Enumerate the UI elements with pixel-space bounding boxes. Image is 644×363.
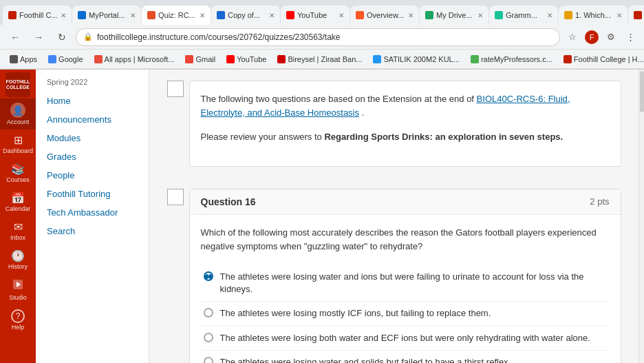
- answer-16-d[interactable]: The athletes were losing water and solid…: [201, 351, 610, 363]
- lms-nav-inbox[interactable]: ✉ Inbox: [0, 216, 36, 245]
- menu-icon[interactable]: ⋮: [622, 29, 638, 45]
- lms-nav-courses[interactable]: 📚 Courses: [0, 158, 36, 187]
- tab-quiz[interactable]: Quiz: RC... ✕: [142, 6, 211, 25]
- tab-close-drive[interactable]: ✕: [477, 12, 483, 19]
- bookmark-apps[interactable]: Apps: [6, 54, 41, 65]
- nav-bar: ← → ↻ 🔒 foothillcollege.instructure.com/…: [0, 25, 644, 50]
- tab-foothill[interactable]: Foothill C... ✕: [3, 6, 72, 25]
- inbox-icon: ✉: [14, 220, 23, 234]
- bookmark-microsoft[interactable]: All apps | Microsoft...: [90, 54, 179, 65]
- lms-logo[interactable]: FOOTHILLCOLLEGE: [6, 72, 30, 97]
- lms-sidebar: FOOTHILLCOLLEGE 👤 Account ⊞ Dashboard 📚 …: [0, 70, 36, 363]
- lms-nav-label-calendar: Calendar: [6, 205, 31, 212]
- lms-nav-label-dashboard: Dashboard: [3, 147, 33, 154]
- lms-nav-studio[interactable]: Studio: [0, 274, 36, 305]
- bookmark-youtube[interactable]: YouTube: [222, 54, 270, 65]
- bookmark-gmail[interactable]: Gmail: [181, 54, 219, 65]
- help-icon: ?: [11, 309, 25, 323]
- course-nav-people[interactable]: People: [36, 166, 149, 185]
- tab-close-myportal[interactable]: ✕: [130, 12, 136, 19]
- bookmark-satilik[interactable]: SATILIK 200M2 KUL...: [369, 54, 463, 65]
- radio-16-b[interactable]: [204, 308, 213, 318]
- tab-close-grammarly[interactable]: ✕: [547, 12, 552, 19]
- tab-course[interactable]: Course... ✕: [628, 6, 644, 25]
- course-nav-tech-ambassador[interactable]: Tech Ambassador: [36, 203, 149, 222]
- scrollbar-thumb[interactable]: [640, 71, 644, 112]
- course-nav-grades[interactable]: Grades: [36, 147, 149, 166]
- answer-text-16-a: The athletes were losing water and ions …: [220, 271, 607, 295]
- bookmark-foothill[interactable]: Foothill College | H...: [559, 54, 644, 65]
- tab-label-overview: Overview...: [367, 11, 405, 19]
- lms-logo-text: FOOTHILLCOLLEGE: [6, 79, 30, 90]
- bookmark-ratemyprofessors[interactable]: rateMyProfessors.c...: [466, 54, 557, 65]
- extensions-icon[interactable]: ⚙: [603, 29, 619, 45]
- tab-close-foothill[interactable]: ✕: [61, 12, 66, 19]
- tab-label-youtube: YouTube: [297, 11, 336, 19]
- course-nav-search[interactable]: Search: [36, 222, 149, 240]
- lms-nav-label-help: Help: [12, 324, 25, 331]
- lms-nav-label-studio: Studio: [9, 294, 27, 301]
- lms-nav-dashboard[interactable]: ⊞ Dashboard: [0, 129, 36, 158]
- forward-button[interactable]: →: [29, 28, 48, 47]
- intro-select-checkbox[interactable]: [167, 81, 184, 97]
- calendar-icon: 📅: [11, 191, 25, 205]
- tab-drive[interactable]: My Drive... ✕: [420, 6, 489, 25]
- address-text: foothillcollege.instructure.com/courses/…: [97, 32, 552, 42]
- question-16-block: Question 16 2 pts Which of the following…: [189, 189, 621, 364]
- bookmark-icon[interactable]: ☆: [564, 29, 581, 45]
- course-nav-modules[interactable]: Modules: [36, 129, 149, 147]
- tab-close-which[interactable]: ✕: [616, 12, 622, 19]
- tab-label-foothill: Foothill C...: [19, 11, 58, 19]
- answer-16-b[interactable]: The athletes were losing mostly ICF ions…: [201, 302, 610, 326]
- tab-grammarly[interactable]: Gramm... ✕: [489, 6, 558, 25]
- browser-chrome: Foothill C... ✕ MyPortal... ✕ Quiz: RC..…: [0, 0, 644, 70]
- lms-nav-calendar[interactable]: 📅 Calendar: [0, 187, 36, 216]
- question-16-text: Which of the following most accurately d…: [201, 226, 610, 255]
- content-area[interactable]: The following two questions are based on…: [149, 70, 638, 363]
- tab-close-youtube[interactable]: ✕: [339, 12, 344, 19]
- dashboard-icon: ⊞: [14, 134, 23, 147]
- answer-16-c[interactable]: The athletes were losing both water and …: [201, 326, 610, 351]
- q16-select-checkbox[interactable]: [167, 189, 184, 205]
- tab-label-drive: My Drive...: [436, 11, 475, 19]
- course-nav-home[interactable]: Home: [36, 92, 149, 110]
- lms-nav-account[interactable]: 👤 Account: [0, 98, 36, 129]
- bookmark-ziraat[interactable]: Bireysel | Ziraat Ban...: [273, 54, 366, 65]
- tab-close-quiz[interactable]: ✕: [200, 12, 205, 19]
- scrollbar-track[interactable]: [638, 70, 644, 363]
- radio-16-d[interactable]: [204, 357, 213, 363]
- tab-close-overview[interactable]: ✕: [408, 12, 414, 19]
- course-nav-announcements[interactable]: Announcements: [36, 110, 149, 129]
- satilik-bookmark-icon: [373, 55, 381, 63]
- tab-which[interactable]: 1. Which... ✕: [559, 6, 627, 25]
- nav-right-controls: ☆ F ⚙ ⋮: [564, 29, 638, 45]
- profile-icon[interactable]: F: [583, 29, 600, 45]
- lms-nav-help[interactable]: ? Help: [0, 305, 36, 335]
- tab-youtube[interactable]: YouTube ✕: [281, 6, 350, 25]
- tab-favicon-grammarly: [495, 11, 503, 19]
- answer-16-a[interactable]: The athletes were losing water and ions …: [201, 265, 610, 302]
- tab-overview[interactable]: Overview... ✕: [350, 6, 419, 25]
- tab-favicon-drive: [425, 11, 433, 19]
- intro-paragraph-1: The following two questions are based on…: [201, 92, 610, 119]
- lms-nav-label-courses: Courses: [6, 176, 30, 183]
- rmp-bookmark-icon: [471, 55, 479, 63]
- foothill-bookmark-icon: [564, 55, 572, 63]
- reload-button[interactable]: ↻: [52, 28, 72, 47]
- address-bar[interactable]: 🔒 foothillcollege.instructure.com/course…: [76, 28, 560, 46]
- question-16-header: Question 16 2 pts: [190, 189, 621, 215]
- tab-copy[interactable]: Copy of... ✕: [211, 6, 280, 25]
- radio-16-c[interactable]: [204, 333, 213, 342]
- radio-16-a[interactable]: [204, 271, 213, 281]
- course-nav-foothill-tutoring[interactable]: Foothill Tutoring: [36, 185, 149, 203]
- google-bookmark-icon: [48, 55, 56, 63]
- answer-text-16-d: The athletes were losing water and solid…: [220, 356, 511, 363]
- tab-myportal[interactable]: MyPortal... ✕: [72, 6, 141, 25]
- lms-nav-history[interactable]: 🕐 History: [0, 245, 36, 274]
- courses-icon: 📚: [11, 163, 25, 176]
- tab-favicon-which: [564, 11, 572, 19]
- bookmark-google[interactable]: Google: [44, 54, 87, 65]
- back-button[interactable]: ←: [6, 28, 25, 47]
- tab-close-copy[interactable]: ✕: [269, 12, 275, 19]
- tab-favicon-quiz: [147, 11, 155, 19]
